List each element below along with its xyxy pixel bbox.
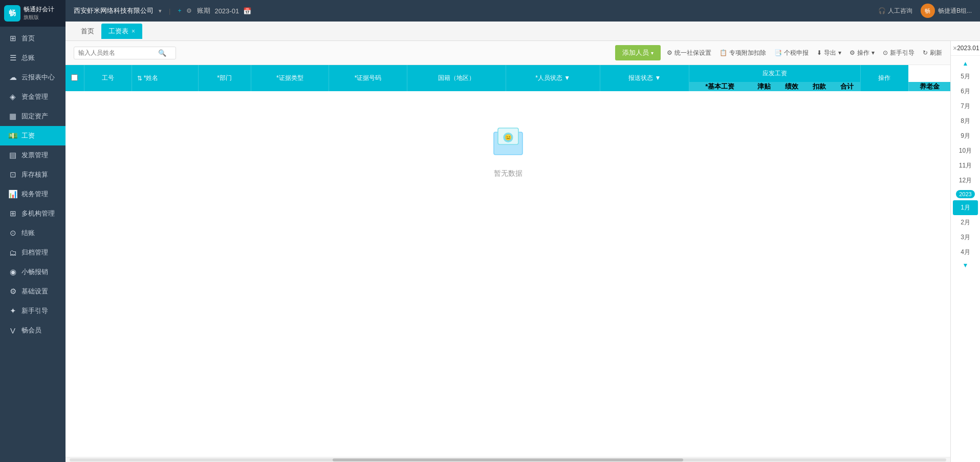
month-12[interactable]: 12月: [951, 173, 980, 188]
month-11[interactable]: 11月: [951, 158, 980, 173]
tabbar: 首页 工资表 ×: [66, 22, 980, 41]
th-checkbox[interactable]: [66, 65, 84, 91]
human-service-btn[interactable]: 🎧 人工咨询: [878, 7, 912, 15]
sidebar-item-multi-org[interactable]: ⊞ 多机构管理: [0, 204, 66, 223]
period-display: 账期 2023-01 📅: [197, 6, 251, 15]
logo-subtitle: 旗舰版: [24, 14, 54, 21]
refresh-btn[interactable]: ↻ 刷新: [923, 49, 942, 57]
prev-year-btn[interactable]: ▲: [951, 58, 980, 69]
month-list: ▲ 5月 6月 7月 8月 9月 10月 11月 12月 2023 1月 2月 …: [951, 56, 980, 462]
social-security-btn[interactable]: ⚙ 统一社保设置: [667, 49, 711, 57]
th-personnel-status[interactable]: *人员状态 ▼: [506, 65, 600, 91]
sidebar-item-archive[interactable]: 🗂 归档管理: [0, 243, 66, 262]
sidebar-item-guide[interactable]: ✦ 新手引导: [0, 301, 66, 321]
social-security-icon: ⚙: [667, 49, 672, 56]
month-10[interactable]: 10月: [951, 143, 980, 158]
export-btn[interactable]: ⬇ 导出 ▾: [817, 49, 841, 57]
export-icon: ⬇: [817, 49, 822, 56]
logo-icon: 畅: [4, 5, 20, 22]
month-6[interactable]: 6月: [951, 84, 980, 99]
month-8[interactable]: 8月: [951, 114, 980, 129]
period-value: 2023-01: [214, 7, 239, 15]
sidebar-label-inventory: 库存核算: [21, 170, 48, 179]
sidebar-label-salary: 工资: [21, 131, 35, 140]
operation-btn[interactable]: ⚙ 操作 ▾: [850, 49, 875, 57]
tab-home[interactable]: 首页: [74, 24, 101, 39]
month-4[interactable]: 4月: [951, 245, 980, 260]
scroll-indicator: [66, 457, 950, 462]
sidebar-label-home: 首页: [21, 34, 35, 43]
th-id-number: *证据号码: [329, 65, 407, 91]
empty-text: 暂无数据: [494, 169, 522, 178]
filter-icon-report: ▼: [655, 74, 661, 81]
tab-salary-close[interactable]: ×: [132, 28, 135, 35]
th-name[interactable]: ⇅ *姓名: [132, 65, 198, 91]
sidebar-item-ledger[interactable]: ☰ 总账: [0, 48, 66, 68]
add-dropdown-arrow: ▾: [651, 50, 654, 56]
month-9[interactable]: 9月: [951, 129, 980, 143]
next-year-btn[interactable]: ▼: [951, 260, 980, 271]
select-all-checkbox[interactable]: [71, 74, 78, 81]
sidebar-label-cloud: 云报表中心: [21, 73, 55, 82]
sidebar-item-invoice[interactable]: ▤ 发票管理: [0, 145, 66, 165]
sidebar-item-cloud-report[interactable]: ☁ 云报表中心: [0, 68, 66, 87]
salary-table: 工号 ⇅ *姓名 *部门 *证据类型 *证据号码 国籍（地区）: [66, 65, 950, 91]
guide-circle-icon: ⊙: [883, 49, 888, 56]
panel-header-text: 2023.01: [957, 45, 979, 52]
panel-close-btn[interactable]: ×: [953, 44, 957, 52]
th-total: 合计: [833, 82, 861, 91]
sidebar-item-salary[interactable]: 💵 工资: [0, 126, 66, 145]
panel-header: × 2023.01 ⤢: [951, 41, 980, 56]
company-name: 西安虾米网络科技有限公司: [74, 6, 154, 15]
sidebar-item-tax[interactable]: 📊 税务管理: [0, 184, 66, 204]
operation-icon: ⚙: [850, 49, 855, 56]
sidebar-item-close[interactable]: ⊙ 结账: [0, 223, 66, 243]
settings-btn[interactable]: ⚙: [186, 7, 192, 14]
close-accounts-icon: ⊙: [8, 228, 17, 238]
month-3[interactable]: 3月: [951, 230, 980, 245]
th-report-status[interactable]: 报送状态 ▼: [600, 65, 689, 91]
new-guide-btn[interactable]: ⊙ 新手引导: [883, 49, 914, 57]
sidebar-item-expense[interactable]: ◉ 小畅报销: [0, 262, 66, 282]
tab-salary[interactable]: 工资表 ×: [101, 24, 142, 39]
search-box[interactable]: 🔍: [74, 47, 176, 59]
sidebar-item-fund[interactable]: ◈ 资金管理: [0, 87, 66, 107]
refresh-label: 刷新: [930, 49, 942, 57]
month-1[interactable]: 1月: [953, 200, 978, 215]
period-label: 账期: [197, 6, 210, 15]
company-dropdown-icon[interactable]: ▾: [159, 8, 162, 14]
social-security-label: 统一社保设置: [674, 49, 711, 57]
invoice-icon: ▤: [8, 151, 17, 160]
operation-dropdown: ▾: [872, 49, 875, 56]
month-5[interactable]: 5月: [951, 69, 980, 84]
calendar-icon[interactable]: 📅: [243, 7, 251, 15]
scroll-thumb[interactable]: [333, 458, 683, 461]
table-wrapper: 工号 ⇅ *姓名 *部门 *证据类型 *证据号码 国籍（地区）: [66, 65, 950, 457]
month-2[interactable]: 2月: [951, 215, 980, 230]
headset-icon: 🎧: [878, 7, 886, 14]
content-area: 🔍 添加人员 ▾ ⚙ 统一社保设置 📋 专项附加扣除: [66, 41, 950, 462]
inventory-icon: ⊡: [8, 170, 17, 179]
logo-title: 畅通好会计: [24, 6, 54, 14]
month-7[interactable]: 7月: [951, 99, 980, 114]
search-input[interactable]: [78, 49, 155, 56]
toolbar: 🔍 添加人员 ▾ ⚙ 统一社保设置 📋 专项附加扣除: [66, 41, 950, 65]
sidebar-item-home[interactable]: ⊞ 首页: [0, 29, 66, 48]
filter-icon-status: ▼: [564, 74, 570, 81]
guide-icon: ✦: [8, 306, 17, 316]
tax-declaration-btn[interactable]: 📑 个税申报: [774, 49, 809, 57]
add-person-label: 添加人员: [622, 48, 649, 57]
special-deduction-btn[interactable]: 📋 专项附加扣除: [720, 49, 766, 57]
operation-label: 操作: [857, 49, 869, 57]
expense-icon: ◉: [8, 267, 17, 277]
sidebar-item-inventory[interactable]: ⊡ 库存核算: [0, 165, 66, 184]
th-deduction: 扣款: [805, 82, 833, 91]
sidebar-item-basic[interactable]: ⚙ 基础设置: [0, 282, 66, 301]
scroll-track[interactable]: [70, 458, 946, 461]
sidebar-item-member[interactable]: V 畅会员: [0, 321, 66, 340]
add-company-btn[interactable]: +: [178, 7, 181, 14]
ledger-icon: ☰: [8, 53, 17, 62]
sidebar-item-fixed-assets[interactable]: ▦ 固定资产: [0, 107, 66, 126]
export-label: 导出: [824, 49, 836, 57]
add-person-button[interactable]: 添加人员 ▾: [615, 45, 661, 60]
